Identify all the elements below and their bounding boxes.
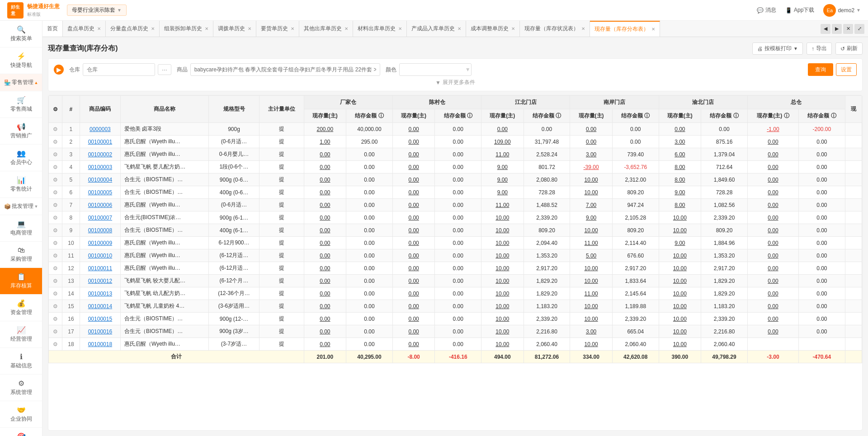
sidebar-item-wholesale[interactable]: 📦 批发管理 ▼ — [0, 198, 42, 215]
cell-nanan-stock[interactable]: 3.00 — [570, 148, 612, 161]
cell-gear[interactable]: ⚙ — [49, 199, 62, 211]
cell-total-stock[interactable]: 0.00 — [747, 237, 798, 249]
cell-chenshi-stock[interactable]: 0.00 — [392, 249, 434, 262]
cell-total-stock[interactable]: 0.00 — [747, 275, 798, 287]
sidebar-item-marketing[interactable]: 📢 营销推广 — [0, 118, 42, 145]
cell-nanan-stock[interactable]: 3.00 — [570, 325, 612, 338]
tab-close-icon[interactable]: ✕ — [97, 26, 101, 31]
cell-yubeimen-stock[interactable]: 10.00 — [659, 275, 701, 287]
cell-jiangbei-stock[interactable]: 10.00 — [481, 313, 524, 325]
cell-yubeimen-stock[interactable]: 6.00 — [659, 148, 701, 161]
cell-total-stock[interactable]: 0.00 — [747, 211, 798, 224]
cell-total-stock[interactable]: 0.00 — [747, 325, 798, 338]
sidebar-item-guide[interactable]: 🎯 新手引导 — [0, 428, 42, 436]
cell-chenshi-stock[interactable]: 0.00 — [392, 211, 434, 224]
cell-chenshi-stock[interactable]: 0.00 — [392, 161, 434, 173]
sidebar-item-retail[interactable]: 🏪 零售管理 ▲ — [0, 74, 42, 91]
cell-total-stock[interactable]: 0.00 — [747, 313, 798, 325]
cell-chenshi-stock[interactable]: 0.00 — [392, 338, 434, 351]
cell-code[interactable]: 00100016 — [80, 325, 120, 338]
tab-stock-dist[interactable]: 现存量（库存分布表）✕ — [590, 21, 660, 37]
cell-jiangbei-stock[interactable]: 10.00 — [481, 224, 524, 237]
cell-yubeimen-stock[interactable]: 10.00 — [659, 262, 701, 275]
data-table-container[interactable]: ⚙ # 商品编码 商品名称 规格型号 主计量单位 厂家仓 陈村仓 江北门店 南岸… — [48, 95, 863, 431]
sidebar-item-search[interactable]: 🔍 搜索英单 — [0, 21, 42, 47]
sidebar-item-system[interactable]: ⚙ 系统管理 — [0, 375, 42, 401]
cell-chenshi-stock[interactable]: 0.00 — [392, 186, 434, 199]
cell-total-stock[interactable]: 0.00 — [747, 186, 798, 199]
cell-gear[interactable]: ⚙ — [49, 338, 62, 351]
cell-chenshi-stock[interactable]: 0.00 — [392, 123, 434, 136]
cell-code[interactable]: 00100006 — [80, 199, 120, 211]
industry-selector[interactable]: 母婴行业演示陈套 ▼ — [67, 5, 127, 16]
cell-total-stock[interactable]: 0.00 — [747, 148, 798, 161]
cell-total-stock[interactable]: 0.00 — [747, 136, 798, 148]
cell-jiangbei-stock[interactable]: 9.00 — [481, 186, 524, 199]
tab-close-icon[interactable]: ✕ — [458, 26, 461, 31]
toggle-filter-btn[interactable]: ▶ — [54, 65, 64, 75]
cell-jiangbei-stock[interactable]: 10.00 — [481, 325, 524, 338]
cell-factory-stock[interactable]: 0.00 — [304, 211, 346, 224]
cell-code[interactable]: 00100005 — [80, 186, 120, 199]
cell-yubeimen-stock[interactable]: 10.00 — [659, 338, 701, 351]
tab-close-icon[interactable]: ✕ — [205, 26, 208, 31]
cell-jiangbei-stock[interactable]: 109.00 — [481, 136, 524, 148]
cell-factory-stock[interactable]: 0.00 — [304, 313, 346, 325]
cell-code[interactable]: 00100014 — [80, 300, 120, 313]
cell-gear[interactable]: ⚙ — [49, 300, 62, 313]
sidebar-item-member[interactable]: 👥 会员中心 — [0, 145, 42, 171]
tab-stock-status[interactable]: 现存量（库存状况表）✕ — [520, 21, 590, 37]
cell-nanan-stock[interactable]: 11.00 — [570, 237, 612, 249]
cell-yubeimen-stock[interactable]: 3.00 — [659, 136, 701, 148]
cell-code[interactable]: 00100012 — [80, 275, 120, 287]
sidebar-item-inventory[interactable]: 📋 库存核算 — [0, 268, 42, 295]
cell-jiangbei-stock[interactable]: 10.00 — [481, 211, 524, 224]
tab-close-icon[interactable]: ✕ — [344, 26, 348, 31]
cell-code[interactable]: 00100011 — [80, 262, 120, 275]
cell-code[interactable]: 00100008 — [80, 224, 120, 237]
cell-jiangbei-stock[interactable]: 10.00 — [481, 287, 524, 300]
cell-yubeimen-stock[interactable]: 10.00 — [659, 249, 701, 262]
cell-total-stock[interactable]: 0.00 — [747, 199, 798, 211]
tab-home[interactable]: 首页 — [42, 21, 63, 37]
tab-close-icon[interactable]: ✕ — [511, 26, 515, 31]
color-input[interactable] — [399, 63, 472, 76]
cell-yubeimen-stock[interactable]: 9.00 — [659, 237, 701, 249]
cell-total-stock[interactable] — [747, 338, 798, 351]
cell-total-stock[interactable]: 0.00 — [747, 262, 798, 275]
cell-total-stock[interactable]: 0.00 — [747, 173, 798, 186]
cell-total-stock[interactable]: -1.00 — [747, 123, 798, 136]
cell-jiangbei-stock[interactable]: 9.00 — [481, 173, 524, 186]
refresh-btn[interactable]: ↺ 刷新 — [835, 42, 863, 55]
tab-close-all-btn[interactable]: ✕ — [843, 24, 853, 34]
cell-gear[interactable]: ⚙ — [49, 275, 62, 287]
tab-material-out[interactable]: 材料出库单历史 ✕ — [353, 21, 407, 37]
cell-jiangbei-stock[interactable]: 10.00 — [481, 262, 524, 275]
cell-nanan-stock[interactable]: 10.00 — [570, 313, 612, 325]
sidebar-item-mall[interactable]: 🛒 零售商城 — [0, 91, 42, 118]
cell-code[interactable]: 00100013 — [80, 287, 120, 300]
expand-more-btn[interactable]: ▼ 展开更多条件 — [54, 79, 857, 86]
cell-jiangbei-stock[interactable]: 9.00 — [481, 161, 524, 173]
cell-gear[interactable]: ⚙ — [49, 173, 62, 186]
cell-yubeimen-stock[interactable]: 8.00 — [659, 173, 701, 186]
tab-cost-adjust[interactable]: 成本调整单历史 ✕ — [466, 21, 520, 37]
tab-transfer[interactable]: 调拨单历史 ✕ — [213, 21, 256, 37]
cell-factory-stock[interactable]: 0.00 — [304, 224, 346, 237]
cell-factory-stock[interactable]: 0.00 — [304, 275, 346, 287]
tab-close-icon[interactable]: ✕ — [581, 26, 585, 31]
cell-code[interactable]: 00100007 — [80, 211, 120, 224]
cell-total-stock[interactable]: 0.00 — [747, 249, 798, 262]
cell-gear[interactable]: ⚙ — [49, 161, 62, 173]
cell-nanan-stock[interactable]: 5.00 — [570, 249, 612, 262]
cell-code[interactable]: 00100002 — [80, 148, 120, 161]
cell-code[interactable]: 00100004 — [80, 173, 120, 186]
cell-yubeimen-stock[interactable]: 9.00 — [659, 186, 701, 199]
warehouse-dots-btn[interactable]: ··· — [158, 64, 171, 75]
cell-jiangbei-stock[interactable]: 10.00 — [481, 249, 524, 262]
cell-yubeimen-stock[interactable]: 10.00 — [659, 211, 701, 224]
cell-nanan-stock[interactable]: 10.00 — [570, 275, 612, 287]
cell-total-stock[interactable]: 0.00 — [747, 161, 798, 173]
tab-next-btn[interactable]: ▶ — [832, 24, 842, 34]
cell-gear[interactable]: ⚙ — [49, 325, 62, 338]
